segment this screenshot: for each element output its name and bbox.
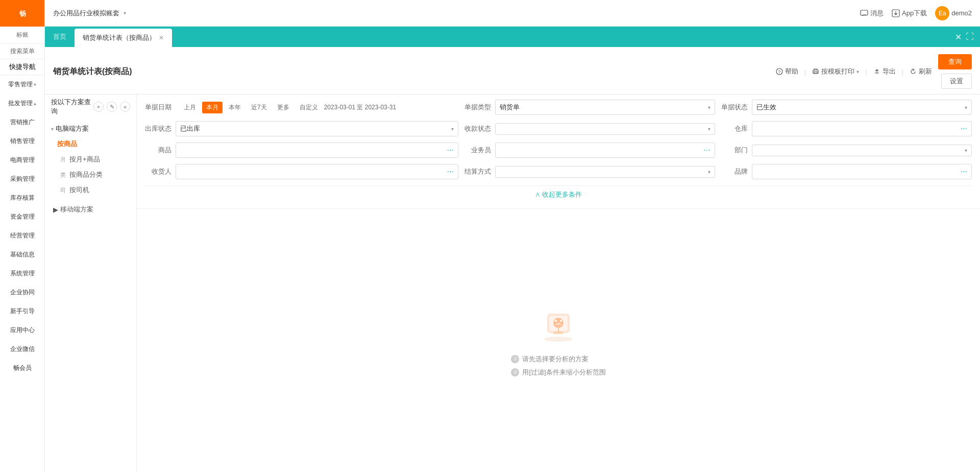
sidebar-item-wholesale[interactable]: 批发管理 ▴ — [0, 94, 44, 113]
tip-num-1: ① — [511, 355, 519, 363]
type-arrow-icon: ▾ — [708, 105, 710, 110]
goods-dots[interactable]: ··· — [447, 146, 454, 155]
brand-input[interactable]: ··· — [752, 164, 972, 179]
app-download-button[interactable]: App下载 — [892, 9, 927, 18]
add-scheme-icon[interactable]: + — [93, 102, 104, 112]
filter-row-4: 收货人 ··· 结算方式 ▾ — [145, 164, 972, 179]
month-goods-icon: 月 — [59, 156, 66, 163]
scheme-item-by-goods[interactable]: 按商品 — [45, 136, 136, 152]
app-download-icon — [892, 9, 900, 17]
tip-text-1: 请先选择要分析的方案 — [522, 352, 589, 366]
sidebar-item-member[interactable]: 畅会员 — [0, 359, 44, 377]
empty-tips: ① 请先选择要分析的方案 ② 用[过滤]条件来缩小分析范围 — [511, 352, 605, 379]
shortcut-last-month[interactable]: 上月 — [180, 102, 200, 113]
dept-select[interactable]: ▾ — [752, 145, 972, 156]
tab-home[interactable]: 首页 — [45, 27, 75, 47]
logo-icon: 畅 — [13, 4, 32, 22]
wholesale-arrow-icon: ▴ — [34, 101, 36, 106]
brand-label: 品牌 — [721, 167, 752, 176]
receiver-dots[interactable]: ··· — [447, 167, 454, 176]
tab-home-label: 首页 — [53, 32, 66, 41]
refresh-button[interactable]: 刷新 — [910, 67, 932, 76]
out-select[interactable]: 已出库 ▾ — [176, 121, 458, 136]
scheme-item-month-goods[interactable]: 月 按月+商品 — [45, 152, 136, 167]
date-value[interactable]: 2023-03-01 至 2023-03-31 — [324, 103, 396, 112]
sidebar-nav[interactable]: 搜索菜单 — [0, 44, 44, 59]
sidebar-item-retail[interactable]: 零售管理 ▾ — [0, 75, 44, 94]
sidebar-item-operation-label: 经营管理 — [10, 232, 35, 239]
query-button[interactable]: 查询 — [938, 54, 972, 69]
edit-scheme-icon[interactable]: ✎ — [107, 102, 117, 112]
shortcut-custom[interactable]: 自定义 — [296, 102, 322, 113]
desktop-scheme-title[interactable]: ▾ 电脑端方案 — [45, 121, 136, 136]
sidebar-search[interactable]: 标账 — [0, 27, 44, 44]
scheme-item-category[interactable]: 类 按商品分类 — [45, 167, 136, 182]
brand-dots[interactable]: ··· — [961, 167, 967, 176]
print-dropdown-icon[interactable]: ▾ — [856, 69, 859, 75]
svg-point-14 — [555, 320, 557, 322]
sidebar-item-finance[interactable]: 资金管理 — [0, 207, 44, 226]
warehouse-input[interactable]: ··· — [752, 121, 972, 136]
sidebar-item-basic[interactable]: 基础信息 — [0, 245, 44, 264]
sidebar-item-inventory[interactable]: 库存核算 — [0, 188, 44, 207]
settings-button[interactable]: 设置 — [941, 74, 972, 89]
sidebar-item-guide[interactable]: 新手引导 — [0, 302, 44, 321]
status-field: 单据状态 已生效 ▾ — [721, 100, 972, 115]
receipt-select[interactable]: ▾ — [495, 123, 715, 135]
receipt-arrow-icon: ▾ — [708, 126, 710, 132]
sidebar-item-operation[interactable]: 经营管理 — [0, 226, 44, 245]
collapse-bar[interactable]: ∧ 收起更多条件 — [145, 185, 972, 203]
edit-icon: ✎ — [110, 104, 114, 110]
staff-dots[interactable]: ··· — [704, 146, 710, 155]
sidebar-item-ecommerce[interactable]: 电商管理 — [0, 151, 44, 170]
sidebar-item-sales[interactable]: 销售管理 — [0, 132, 44, 151]
sidebar-item-wholesale-label: 批发管理 — [8, 99, 33, 108]
scheme-item-month-goods-label: 按月+商品 — [69, 155, 100, 164]
receiver-input[interactable]: ··· — [176, 164, 458, 179]
scheme-item-driver[interactable]: 司 按司机 — [45, 182, 136, 198]
type-select[interactable]: 销货单 ▾ — [495, 100, 715, 115]
sidebar-item-wechat[interactable]: 企业微信 — [0, 340, 44, 359]
warehouse-dots[interactable]: ··· — [961, 124, 967, 133]
shortcut-more[interactable]: 更多 — [273, 102, 293, 113]
out-label: 出库状态 — [145, 124, 176, 133]
message-button[interactable]: 消息 — [860, 9, 884, 18]
sidebar-item-app[interactable]: 应用中心 — [0, 321, 44, 340]
scheme-panel-icons: + ✎ « — [93, 102, 130, 112]
tab-close-icon[interactable]: ✕ — [159, 34, 164, 41]
header-dropdown-icon[interactable]: ▾ — [124, 10, 126, 16]
sidebar-item-purchase[interactable]: 采购管理 — [0, 170, 44, 188]
tab-expand-icon[interactable]: ⛶ — [966, 32, 974, 41]
collapse-scheme-icon[interactable]: « — [120, 102, 130, 112]
goods-field: 商品 ··· — [145, 143, 458, 158]
dept-label: 部门 — [721, 146, 752, 155]
tab-minimize-icon[interactable]: ✕ — [955, 32, 962, 42]
sidebar-item-enterprise[interactable]: 企业协同 — [0, 283, 44, 302]
sidebar-item-system[interactable]: 系统管理 — [0, 264, 44, 283]
filter-row-2: 出库状态 已出库 ▾ 收款状态 ▾ — [145, 121, 972, 136]
shortcut-7days[interactable]: 近7天 — [247, 102, 271, 113]
print-button[interactable]: 按模板打印 ▾ — [812, 67, 859, 76]
shortcut-this-year[interactable]: 本年 — [225, 102, 245, 113]
page-title-row: 销货单统计表(按商品) ? 帮助 | 按模板打印 ▾ | 导出 | — [45, 47, 980, 95]
export-button[interactable]: 导出 — [873, 67, 896, 76]
staff-input[interactable]: ··· — [495, 143, 715, 158]
mobile-scheme-title[interactable]: ▶ 移动端方案 — [45, 202, 136, 217]
header-title-area: 办公用品行业模拟账套 ▾ — [53, 9, 126, 18]
user-profile[interactable]: Ea demo2 — [935, 6, 972, 20]
user-avatar: Ea — [935, 6, 949, 20]
shortcut-this-month[interactable]: 本月 — [202, 102, 223, 113]
sidebar-item-member-label: 畅会员 — [13, 364, 32, 371]
quick-nav[interactable]: 快捷导航 — [0, 59, 44, 75]
tab-sales-report[interactable]: 销货单统计表（按商品） ✕ — [75, 29, 172, 47]
goods-input[interactable]: ··· — [176, 143, 458, 158]
goods-label: 商品 — [145, 146, 176, 155]
sidebar-item-marketing[interactable]: 营销推广 — [0, 113, 44, 132]
top-header: 办公用品行业模拟账套 ▾ 消息 App下载 Ea demo2 — [45, 0, 980, 27]
dept-field: 部门 ▾ — [721, 145, 972, 156]
header-right: 消息 App下载 Ea demo2 — [860, 6, 972, 20]
payment-select[interactable]: ▾ — [495, 166, 715, 178]
help-button[interactable]: ? 帮助 — [776, 67, 798, 76]
desktop-arrow-icon: ▾ — [51, 126, 54, 132]
status-select[interactable]: 已生效 ▾ — [752, 100, 972, 115]
